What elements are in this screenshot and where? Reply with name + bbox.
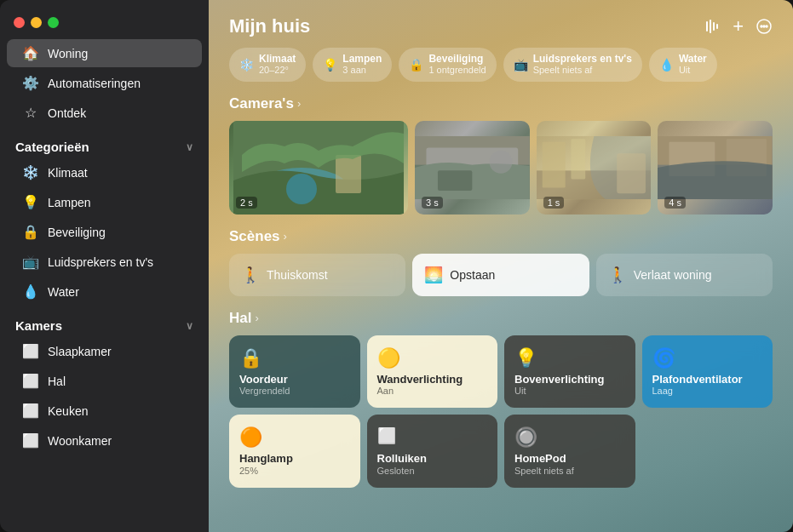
sidebar-item-label: Klimaat [48,166,88,180]
luidsprekers-pill-icon: 📺 [514,58,528,72]
scenes-title: Scènes [229,228,280,245]
siri-button[interactable] [704,18,721,35]
sidebar-item-automatiseringen[interactable]: ⚙️ Automatiseringen [7,69,202,97]
pill-water[interactable]: 💧 Water Uit [649,48,717,82]
scene-verlaat-label: Verlaat woning [634,268,712,282]
svg-rect-0 [706,21,708,31]
beveiliging-pill-icon: 🔒 [409,58,423,72]
plafondventilator-name: Plafondventilator [652,373,763,386]
bovenverlichting-icon: 💡 [514,347,625,369]
more-icon [756,18,773,35]
sidebar-item-woning[interactable]: 🏠 Woning [7,39,202,67]
voordeur-status: Vergrendeld [239,386,350,396]
home-icon: 🏠 [22,45,39,61]
hal-section-header[interactable]: Hal › [229,310,773,327]
minimize-button[interactable] [31,17,42,28]
scenes-section: Scènes › 🚶 Thuiskomst 🌅 Opstaan 🚶 Verlaa… [209,228,793,310]
scene-verlaat-woning[interactable]: 🚶 Verlaat woning [596,254,773,296]
maximize-button[interactable] [48,17,59,28]
pill-luidsprekers[interactable]: 📺 Luidsprekers en tv's Speelt niets af [503,48,642,82]
categories-header[interactable]: Categorieën ∨ [0,128,209,157]
wandverlichting-icon: 🟡 [377,347,488,369]
device-wandverlichting[interactable]: 🟡 Wandverlichting Aan [367,335,498,409]
sidebar: 🏠 Woning ⚙️ Automatiseringen ☆ Ontdek Ca… [0,0,209,532]
sidebar-item-lampen[interactable]: 💡 Lampen [7,188,202,216]
categories-label: Categorieën [15,140,89,154]
more-button[interactable] [756,18,773,35]
categories-chevron: ∨ [186,141,193,153]
pill-klimaat[interactable]: ❄️ Klimaat 20–22° [229,48,306,82]
plafondventilator-status: Laag [652,386,763,396]
siri-icon [704,18,721,35]
sidebar-item-label: Lampen [48,196,91,209]
device-voordeur[interactable]: 🔒 Voordeur Vergrendeld [229,335,360,409]
camera-2[interactable]: 3 s [415,121,530,215]
main-content: Mijn huis + [209,0,793,532]
homepod-name: HomePod [514,452,625,466]
cameras-section-header[interactable]: Camera's › [229,95,773,112]
close-button[interactable] [14,17,25,28]
klimaat-pill-value: 20–22° [259,65,296,76]
svg-point-10 [286,174,317,204]
water-pill-label: Water [679,53,707,65]
beveiliging-pill-value: 1 ontgrendeld [428,65,486,76]
sidebar-item-slaapkamer[interactable]: ⬜ Slaapkamer [7,337,202,365]
hal-icon: ⬜ [22,373,39,389]
status-pills: ❄️ Klimaat 20–22° 💡 Lampen 3 aan 🔒 Bevei… [209,48,793,95]
voordeur-name: Voordeur [239,373,350,386]
camera-4-time: 4 s [664,197,686,209]
camera-1-time: 2 s [236,197,257,209]
sidebar-item-luidsprekers[interactable]: 📺 Luidsprekers en tv's [7,248,202,276]
scene-opstaan-icon: 🌅 [424,266,443,284]
camera-1[interactable]: 2 s [229,121,408,215]
sidebar-item-hal[interactable]: ⬜ Hal [7,367,202,395]
sidebar-item-label: Keuken [48,404,88,418]
pill-beveiliging[interactable]: 🔒 Beveiliging 1 ontgrendeld [399,48,496,82]
sidebar-item-klimaat[interactable]: ❄️ Klimaat [7,158,202,186]
homepod-icon: 🔘 [514,426,625,449]
device-rolluiken[interactable]: ⬜ Rolluiken Gesloten [367,415,498,488]
camera-3[interactable]: 1 s [537,121,652,215]
devices-grid: 🔒 Voordeur Vergrendeld 🟡 Wandverlichting… [229,335,773,488]
pill-lampen[interactable]: 💡 Lampen 3 aan [313,48,392,82]
device-bovenverlichting[interactable]: 💡 Bovenverlichting Uit [504,335,635,409]
scene-opstaan[interactable]: 🌅 Opstaan [412,254,589,296]
sidebar-item-label: Slaapkamer [48,345,112,358]
scenes-section-header[interactable]: Scènes › [229,228,773,245]
device-homepod[interactable]: 🔘 HomePod Speelt niets af [504,415,635,488]
svg-rect-22 [617,153,646,193]
cameras-chevron: › [297,97,301,110]
sidebar-item-ontdek[interactable]: ☆ Ontdek [7,99,202,127]
keuken-icon: ⬜ [22,403,39,419]
scene-thuiskomst[interactable]: 🚶 Thuiskomst [229,254,405,296]
sidebar-item-keuken[interactable]: ⬜ Keuken [7,397,202,425]
scene-thuiskomst-label: Thuiskomst [267,268,328,282]
beveiliging-icon: 🔒 [22,224,39,240]
scene-verlaat-icon: 🚶 [608,266,627,284]
svg-rect-15 [438,170,472,191]
sidebar-item-label: Woning [48,47,88,60]
header-actions: + [704,15,773,37]
sidebar-item-label: Beveiliging [48,226,106,239]
cameras-row: 2 s 3 s [229,121,773,215]
camera-2-time: 3 s [422,197,443,209]
device-plafondventilator[interactable]: 🌀 Plafondventilator Laag [642,335,773,409]
add-button[interactable]: + [733,15,744,37]
sidebar-item-label: Luidsprekers en tv's [48,255,153,269]
sidebar-item-beveiliging[interactable]: 🔒 Beveiliging [7,218,202,246]
rolluiken-icon: ⬜ [377,426,488,445]
device-hanglamp[interactable]: 🟠 Hanglamp 25% [229,415,360,488]
wandverlichting-status: Aan [377,386,488,396]
svg-point-6 [763,26,765,27]
camera-3-time: 1 s [543,197,565,209]
app-window: 🏠 Woning ⚙️ Automatiseringen ☆ Ontdek Ca… [0,0,793,532]
luidsprekers-pill-label: Luidsprekers en tv's [533,53,632,65]
scene-opstaan-label: Opstaan [450,268,495,282]
klimaat-pill-label: Klimaat [259,53,296,65]
kamers-header[interactable]: Kamers ∨ [0,306,209,336]
camera-4[interactable]: 4 s [658,121,773,215]
sidebar-item-woonkamer[interactable]: ⬜ Woonkamer [7,426,202,455]
hanglamp-icon: 🟠 [239,426,350,449]
sidebar-item-water[interactable]: 💧 Water [7,277,202,306]
woonkamer-icon: ⬜ [22,432,39,449]
